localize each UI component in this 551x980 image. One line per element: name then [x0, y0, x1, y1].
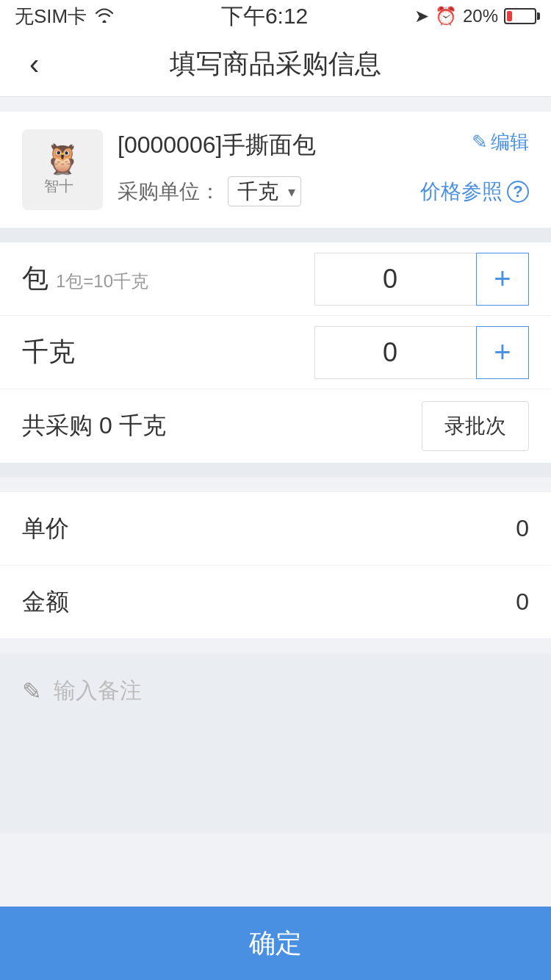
total-amount-row: 金额 0	[0, 566, 551, 639]
edit-button[interactable]: ✎ 编辑	[472, 129, 529, 155]
price-section: 单价 0 金额 0	[0, 492, 551, 639]
unit-select-wrapper[interactable]: 千克 包 斤	[228, 176, 301, 206]
unit-price-label: 单价	[22, 513, 69, 545]
status-time: 下午6:12	[221, 1, 308, 32]
unit-price-value: 0	[516, 515, 529, 542]
batch-button[interactable]: 录批次	[422, 401, 529, 451]
edit-icon: ✎	[472, 131, 488, 154]
notes-placeholder: 输入备注	[54, 676, 142, 706]
wifi-icon	[94, 5, 115, 28]
product-unit-row: 采购单位： 千克 包 斤 价格参照 ?	[118, 176, 529, 206]
location-icon: ➤	[414, 6, 429, 26]
unit-select[interactable]: 千克 包 斤	[228, 176, 301, 206]
kg-plus-button[interactable]: +	[476, 326, 529, 379]
product-logo-icon: 🦉	[44, 144, 81, 173]
product-header: [0000006]手撕面包 ✎ 编辑	[118, 129, 529, 162]
kg-controls: +	[314, 326, 529, 379]
confirm-button[interactable]: 确定	[0, 907, 551, 980]
total-prefix: 共采购	[22, 412, 93, 439]
alarm-icon: ⏰	[435, 6, 457, 26]
carrier-label: 无SIM卡	[15, 4, 87, 29]
bao-controls: +	[314, 253, 529, 306]
section-divider-2	[0, 463, 551, 478]
total-amount: 0	[99, 412, 119, 439]
content-background	[0, 728, 551, 833]
unit-price-row: 单价 0	[0, 492, 551, 566]
price-ref-help-icon: ?	[507, 181, 529, 203]
product-image: 🦉 智十	[22, 129, 103, 210]
amount-value: 0	[516, 588, 529, 616]
notes-section[interactable]: ✎ 输入备注	[0, 654, 551, 728]
bottom-padding	[0, 833, 551, 907]
bao-label: 包 1包=10千克	[22, 261, 154, 297]
product-info: [0000006]手撕面包 ✎ 编辑 采购单位： 千克 包 斤	[118, 129, 529, 206]
kg-main-label: 千克	[22, 334, 75, 370]
product-name: [0000006]手撕面包	[118, 129, 316, 162]
total-row: 共采购 0 千克 录批次	[0, 389, 551, 463]
section-divider-1	[0, 228, 551, 242]
kg-label: 千克	[22, 334, 154, 370]
unit-prefix: 采购单位：	[118, 178, 220, 206]
notes-icon: ✎	[22, 677, 42, 705]
battery-percent: 20%	[463, 6, 498, 26]
price-ref-button[interactable]: 价格参照 ?	[420, 178, 529, 206]
quantity-section: 包 1包=10千克 + 千克 +	[0, 242, 551, 389]
battery-icon	[504, 8, 536, 24]
bao-sub-label: 1包=10千克	[56, 270, 148, 293]
nav-bar: ‹ 填写商品采购信息	[0, 32, 551, 97]
kg-input[interactable]	[314, 326, 476, 379]
product-logo-text: 智十	[44, 176, 81, 196]
bao-plus-button[interactable]: +	[476, 253, 529, 306]
total-text: 共采购 0 千克	[22, 410, 166, 442]
bao-row: 包 1包=10千克 +	[0, 242, 551, 316]
page-title: 填写商品采购信息	[170, 46, 381, 82]
status-right: ➤ ⏰ 20%	[414, 6, 536, 26]
status-bar: 无SIM卡 下午6:12 ➤ ⏰ 20%	[0, 0, 551, 32]
total-unit: 千克	[119, 412, 166, 439]
edit-label: 编辑	[491, 129, 529, 155]
kg-row: 千克 +	[0, 316, 551, 389]
product-card: 🦉 智十 [0000006]手撕面包 ✎ 编辑 采购单位： 千克 包	[0, 112, 551, 228]
amount-label: 金额	[22, 586, 69, 619]
bao-input[interactable]	[314, 253, 476, 306]
unit-label: 采购单位： 千克 包 斤	[118, 176, 301, 206]
bao-main-label: 包	[22, 261, 48, 297]
back-button[interactable]: ‹	[22, 40, 46, 88]
price-ref-label: 价格参照	[420, 178, 503, 206]
status-left: 无SIM卡	[15, 4, 115, 29]
